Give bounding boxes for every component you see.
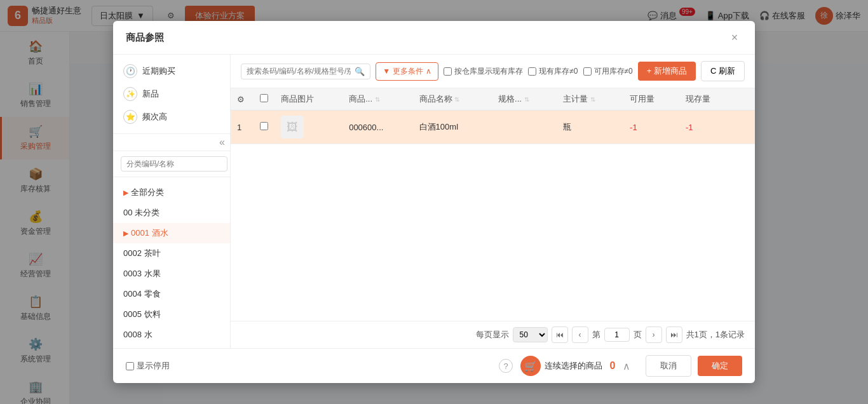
product-table: ⚙ 商品图片 商品... ⇅ 商品名称 ⇅ 规格... ⇅ 主计量 ⇅ 可用量 … [231,88,755,144]
help-icon-btn[interactable]: ? [499,359,513,373]
quick-item-recent[interactable]: 🕐 近期购买 [113,60,230,83]
search-input[interactable] [247,67,351,76]
modal-overlay[interactable]: 商品参照 × 🕐 近期购买 ✨ 新品 ⭐ 频次高 [0,0,868,404]
modal-close-button[interactable]: × [727,30,742,45]
more-filter-button[interactable]: ▼ 更多条件 ∧ [376,62,438,81]
current-stock-filter[interactable]: 现有库存≠0 [528,66,578,77]
col-name[interactable]: 商品名称 ⇅ [413,88,492,111]
cat-item-all[interactable]: ▶ 全部分类 [113,182,230,203]
refresh-button[interactable]: C 刷新 [701,61,745,81]
modal-footer: 显示停用 ? 🛒 连续选择的商品 0 ∧ 取消 确定 [113,348,755,383]
cat-0001-label: 0001 酒水 [131,227,168,239]
cell-code: 000600... [342,111,412,144]
right-panel: 🔍 ▼ 更多条件 ∧ 按仓库显示现有库存 现有库存≠0 [231,55,755,348]
product-thumbnail: 🖼 [281,116,304,138]
confirm-button[interactable]: 确定 [698,356,742,376]
recent-icon: 🕐 [123,64,137,78]
search-category-input[interactable] [121,156,227,172]
modal-title: 商品参照 [126,32,164,44]
prev-page-btn[interactable]: ‹ [572,327,588,343]
sort-icon-name: ⇅ [454,96,459,103]
per-page-select[interactable]: 50 100 200 [513,327,548,342]
available-stock-checkbox[interactable] [583,67,592,76]
cat-0002-label: 0002 茶叶 [123,248,161,259]
last-page-btn[interactable]: ⏭ [666,327,682,343]
select-all-checkbox[interactable] [260,94,268,102]
current-stock-checkbox[interactable] [528,67,536,76]
cat-all-label: 全部分类 [131,187,164,198]
collapse-panel-btn[interactable]: « [219,137,225,148]
display-disabled-checkbox[interactable] [126,362,134,370]
cart-icon[interactable]: 🛒 [520,356,541,376]
warehouse-stock-label: 按仓库显示现有库存 [454,66,523,77]
quick-item-new[interactable]: ✨ 新品 [113,83,230,105]
search-box: 🔍 [241,64,370,79]
next-page-btn[interactable]: › [646,327,662,343]
footer-left: 显示停用 [126,360,170,372]
cat-0001-arrow: ▶ [123,229,128,238]
collapse-cart-btn[interactable]: ∧ [623,360,630,372]
filter-label: 更多条件 [393,66,423,77]
cart-area: 🛒 连续选择的商品 0 ∧ [520,356,630,376]
cell-unit: 瓶 [557,111,623,144]
row-checkbox[interactable] [260,122,268,130]
cat-all-arrow: ▶ [123,189,128,197]
table-row[interactable]: 1 🖼 000600... 白酒100ml 瓶 -1 -1 [231,111,755,144]
cell-stock: -1 [679,111,755,144]
cell-check[interactable] [254,111,275,144]
cart-label: 连续选择的商品 [545,360,602,372]
page-label: 第 [592,329,600,340]
cart-count: 0 [606,360,619,372]
col-available: 可用量 [623,88,679,111]
cat-00-label: 00 未分类 [123,207,159,219]
cat-item-0002[interactable]: 0002 茶叶 [113,243,230,264]
sort-icon-unit: ⇅ [590,96,595,103]
add-product-button[interactable]: + 新增商品 [638,62,696,81]
filter-chevron: ∧ [426,67,431,76]
cat-item-00[interactable]: 00 未分类 [113,203,230,223]
display-disabled-label: 显示停用 [137,360,170,372]
warehouse-stock-filter[interactable]: 按仓库显示现有库存 [444,66,523,77]
cat-item-0008[interactable]: 0008 水 [113,325,230,345]
first-page-btn[interactable]: ⏮ [552,327,568,343]
available-stock-filter[interactable]: 可用库存≠0 [583,66,633,77]
quick-item-frequent[interactable]: ⭐ 频次高 [113,105,230,128]
page-number-input[interactable] [604,328,630,342]
per-page-label: 每页显示 [476,329,509,340]
col-settings[interactable]: ⚙ [231,88,254,111]
sort-icon-spec: ⇅ [524,96,529,103]
cell-name: 白酒100ml [413,111,492,144]
search-icon[interactable]: 🔍 [355,67,365,76]
footer-center: ? 🛒 连续选择的商品 0 ∧ [499,356,630,376]
col-code[interactable]: 商品... ⇅ [342,88,412,111]
cell-available: -1 [623,111,679,144]
search-category: 🔍 [113,151,230,177]
col-image: 商品图片 [275,88,342,111]
quick-item-recent-label: 近期购买 [142,65,175,77]
cat-item-0004[interactable]: 0004 零食 [113,284,230,304]
new-icon: ✨ [123,87,137,101]
cat-item-0001[interactable]: ▶ 0001 酒水 [113,223,230,243]
cat-item-0005[interactable]: 0005 饮料 [113,304,230,325]
cell-spec [492,111,557,144]
cat-0005-label: 0005 饮料 [123,309,161,320]
current-stock-label: 现有库存≠0 [539,66,578,77]
display-disabled-toggle[interactable]: 显示停用 [126,360,170,372]
product-reference-modal: 商品参照 × 🕐 近期购买 ✨ 新品 ⭐ 频次高 [113,21,755,383]
col-spec[interactable]: 规格... ⇅ [492,88,557,111]
col-check [254,88,275,111]
category-tree: ▶ 全部分类 00 未分类 ▶ 0001 酒水 0002 茶叶 0003 水果 [113,177,230,348]
cell-image: 🖼 [275,111,342,144]
cancel-button[interactable]: 取消 [646,355,691,377]
total-records-label: 共1页，1条记录 [686,329,745,340]
modal-body: 🕐 近期购买 ✨ 新品 ⭐ 频次高 « [113,55,755,348]
quick-item-new-label: 新品 [142,88,159,100]
category-panel: 🕐 近期购买 ✨ 新品 ⭐ 频次高 « [113,55,231,348]
filter-icon: ▼ [383,67,390,76]
warehouse-stock-checkbox[interactable] [444,67,452,76]
col-stock: 现存量 [679,88,755,111]
cat-item-0003[interactable]: 0003 水果 [113,264,230,284]
pagination-bar: 每页显示 50 100 200 ⏮ ‹ 第 页 › ⏭ 共1页，1条记录 [231,321,755,348]
col-unit[interactable]: 主计量 ⇅ [557,88,623,111]
available-stock-label: 可用库存≠0 [594,66,633,77]
